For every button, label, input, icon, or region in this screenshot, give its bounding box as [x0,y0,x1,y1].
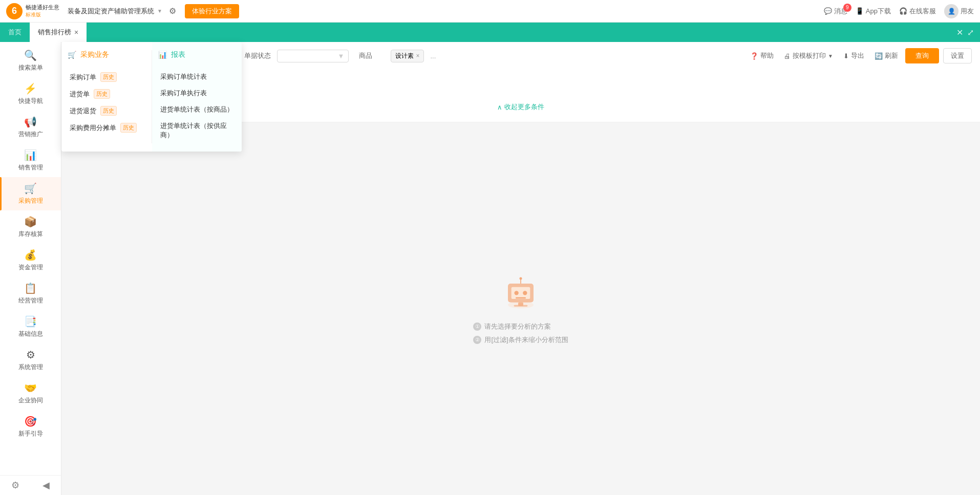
goods-receipt-label: 进货单 [70,90,90,99]
collapse-label: 收起更多条件 [504,102,544,112]
user-name: 用友 [961,7,974,16]
message-button[interactable]: 💬 消息 9 [824,7,847,16]
goods-return-history-tag: 历史 [100,106,117,116]
sidebar-item-basic-info[interactable]: 📑 基础信息 [0,310,61,343]
help-icon: ❓ [750,52,758,60]
print-dropdown-icon: ▼ [828,53,833,59]
print-icon: 🖨 [784,52,791,60]
menu-item-goods-stat-by-supplier[interactable]: 进货单统计表（按供应商） [158,118,236,143]
tab-home[interactable]: 首页 [0,23,30,42]
tab-close-all-icon[interactable]: ✕ [956,28,963,37]
toolbar-right: ❓ 帮助 🖨 按模板打印 ▼ ⬇ 导出 🔄 刷新 [747,48,972,63]
collapse-icon: ∧ [497,103,502,111]
purchase-icon: 🛒 [24,182,37,195]
menu-item-purchase-order-exec[interactable]: 采购订单执行表 [158,85,236,101]
tab-bar-right: ✕ ⤢ [956,28,980,37]
query-button[interactable]: 查询 [905,48,939,63]
print-button[interactable]: 🖨 按模板打印 ▼ [781,49,836,62]
refresh-button[interactable]: 🔄 刷新 [871,49,901,62]
svg-rect-7 [514,305,528,307]
header-right: 💬 消息 9 📱 App下载 🎧 在线客服 👤 用友 [824,4,974,18]
purchase-section-header: 🛒 采购业务 [68,50,145,62]
user-area[interactable]: 👤 用友 [944,4,974,18]
sidebar-item-purchase-label: 采购管理 [18,197,43,205]
tab-home-label: 首页 [8,28,22,37]
tab-expand-icon[interactable]: ⤢ [967,28,974,37]
sidebar-item-quick-nav[interactable]: ⚡ 快捷导航 [0,77,61,111]
message-badge: 9 [843,4,851,12]
svg-rect-2 [512,287,530,299]
export-button[interactable]: ⬇ 导出 [840,49,867,62]
svg-point-9 [520,277,522,280]
headset-icon: 🎧 [899,7,907,15]
sidebar-item-inventory-label: 库存核算 [18,230,43,239]
sidebar-item-system[interactable]: ⚙ 系统管理 [0,343,61,377]
doc-status-dropdown-icon: ▼ [338,52,345,60]
system-dropdown-icon: ▼ [157,8,162,14]
purchase-expense-label: 采购费用分摊单 [70,123,116,133]
sidebar-settings-btn[interactable]: ⚙ [11,480,19,491]
help-button[interactable]: ❓ 帮助 [747,49,777,62]
inventory-icon: 📦 [24,216,37,228]
menu-item-purchase-expense[interactable]: 采购费用分摊单 历史 [68,119,145,136]
sidebar-item-inventory[interactable]: 📦 库存核算 [0,210,61,244]
system-icon: ⚙ [26,349,35,361]
online-service-button[interactable]: 🎧 在线客服 [899,7,936,16]
sidebar-item-finance-label: 资金管理 [18,263,43,272]
purchase-section-title: 采购业务 [80,50,109,59]
purchase-expense-history-tag: 历史 [120,123,137,133]
sidebar-item-system-label: 系统管理 [18,363,43,372]
settings-button[interactable]: 设置 [943,48,972,63]
print-label: 按模板打印 [793,51,826,60]
gear-button[interactable]: ⚙ [165,4,180,18]
help-label: 帮助 [760,51,774,60]
product-more-btn[interactable]: ... [430,52,436,60]
product-tag-close-icon[interactable]: × [416,52,419,59]
menu-item-goods-stat-by-product[interactable]: 进货单统计表（按商品） [158,101,236,118]
menu-item-goods-return[interactable]: 进货退货 历史 [68,102,145,119]
purchase-business-col: 🛒 采购业务 采购订单 历史 进货单 历史 进货退货 历史 采购费用分摊单 历史 [61,42,152,152]
sidebar-item-marketing-label: 营销推广 [18,130,43,139]
guide-icon: 🎯 [24,415,37,427]
menu-item-goods-receipt[interactable]: 进货单 历史 [68,85,145,102]
sidebar-item-guide[interactable]: 🎯 新手引导 [0,410,61,443]
quick-nav-icon: ⚡ [24,82,37,95]
sidebar-item-search[interactable]: 🔍 搜索菜单 [0,44,61,77]
sidebar-item-finance[interactable]: 💰 资金管理 [0,244,61,277]
purchase-menu-dropdown: 🛒 采购业务 采购订单 历史 进货单 历史 进货退货 历史 采购费用分摊单 历史 [61,42,242,152]
tip-num-2: ② [473,336,481,344]
sidebar-item-marketing[interactable]: 📢 营销推广 [0,111,61,144]
finance-icon: 💰 [24,249,37,261]
product-tag-value: 设计素 [395,52,414,60]
sidebar-item-sales-label: 销售管理 [18,163,43,172]
industry-button[interactable]: 体验行业方案 [185,4,239,18]
menu-item-purchase-order[interactable]: 采购订单 历史 [68,69,145,85]
tab-close-icon[interactable]: × [74,28,78,36]
purchase-order-stat-label: 采购订单统计表 [160,72,207,81]
marketing-icon: 📢 [24,116,37,128]
svg-point-4 [523,291,527,295]
operations-icon: 📋 [24,282,37,294]
tab-bar: 首页 销售排行榜 × ✕ ⤢ [0,23,980,42]
sidebar-item-enterprise[interactable]: 🤝 企业协同 [0,377,61,410]
doc-status-select[interactable]: ▼ [277,50,349,62]
top-header: 6 畅捷通好生意 标准版 装备及固定资产辅助管理系统 ▼ ⚙ 体验行业方案 💬 … [0,0,980,23]
brand-name: 畅捷通好生意 [26,4,59,11]
app-download-button[interactable]: 📱 App下载 [856,7,891,16]
sidebar-item-sales[interactable]: 📊 销售管理 [0,144,61,177]
tip-text-2: 用[过滤]条件来缩小分析范围 [484,333,568,347]
report-section-title: 报表 [171,50,185,59]
tab-sales-rank[interactable]: 销售排行榜 × [30,23,87,42]
report-section-header: 📊 报表 [158,50,236,62]
menu-item-purchase-order-stat[interactable]: 采购订单统计表 [158,69,236,85]
product-label: 商品 [359,51,385,60]
sidebar-collapse-btn[interactable]: ◀ [42,480,50,491]
app-label: App下载 [866,7,891,16]
system-title-text: 装备及固定资产辅助管理系统 [68,7,154,16]
system-title-area[interactable]: 装备及固定资产辅助管理系统 ▼ [68,7,162,16]
sidebar-item-basic-info-label: 基础信息 [18,330,43,338]
sidebar-item-operations[interactable]: 📋 经营管理 [0,277,61,310]
sidebar-item-purchase[interactable]: 🛒 采购管理 [0,177,61,210]
purchase-order-exec-label: 采购订单执行表 [160,89,207,98]
tab-sales-rank-label: 销售排行榜 [38,28,71,37]
